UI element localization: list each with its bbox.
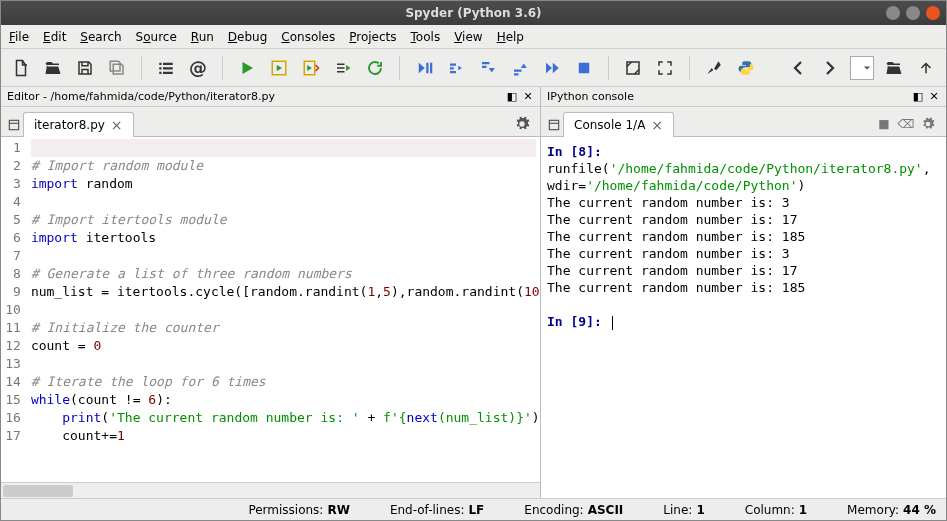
svg-rect-10 bbox=[450, 63, 456, 65]
status-column: Column:1 bbox=[745, 503, 807, 517]
console-pane: IPython console ◧ ✕ Console 1/A × ■ ⌫ In… bbox=[541, 87, 946, 498]
tab-list-icon[interactable] bbox=[5, 118, 23, 132]
step-into-icon[interactable] bbox=[476, 56, 500, 80]
console-options-icon[interactable] bbox=[920, 116, 936, 132]
menu-source[interactable]: Source bbox=[136, 30, 177, 44]
minimize-button[interactable] bbox=[886, 6, 900, 20]
console-undock-icon[interactable]: ◧ bbox=[912, 91, 924, 103]
console-tab-close-icon[interactable]: × bbox=[651, 117, 663, 133]
status-line: Line:1 bbox=[663, 503, 704, 517]
hscroll-thumb[interactable] bbox=[3, 485, 73, 497]
status-eol: End-of-lines:LF bbox=[390, 503, 484, 517]
back-icon[interactable] bbox=[786, 56, 810, 80]
menu-consoles[interactable]: Consoles bbox=[281, 30, 335, 44]
svg-rect-20 bbox=[549, 120, 558, 129]
menu-search[interactable]: Search bbox=[80, 30, 121, 44]
code-editor[interactable]: 1234567891011121314151617 # Import rando… bbox=[1, 137, 540, 482]
console-tabbar: Console 1/A × ■ ⌫ bbox=[541, 107, 946, 137]
statusbar: Permissions:RW End-of-lines:LF Encoding:… bbox=[1, 498, 946, 520]
close-button[interactable] bbox=[926, 6, 940, 20]
run-cell-advance-icon[interactable] bbox=[299, 56, 323, 80]
svg-rect-5 bbox=[163, 71, 173, 73]
svg-rect-12 bbox=[450, 71, 456, 73]
editor-tab[interactable]: iterator8.py × bbox=[23, 112, 134, 137]
python-path-icon[interactable] bbox=[734, 56, 758, 80]
console-tab-list-icon[interactable] bbox=[545, 118, 563, 132]
menu-view[interactable]: View bbox=[454, 30, 482, 44]
clear-console-icon[interactable]: ⌫ bbox=[898, 116, 914, 132]
svg-rect-1 bbox=[163, 62, 173, 64]
svg-rect-4 bbox=[159, 71, 161, 73]
svg-rect-8 bbox=[426, 62, 428, 73]
list-icon[interactable] bbox=[154, 56, 178, 80]
editor-options-icon[interactable] bbox=[514, 116, 530, 132]
run-selection-icon[interactable] bbox=[331, 56, 355, 80]
continue-icon[interactable] bbox=[540, 56, 564, 80]
console-tab-label: Console 1/A bbox=[574, 118, 645, 132]
fullscreen-icon[interactable] bbox=[653, 56, 677, 80]
forward-icon[interactable] bbox=[818, 56, 842, 80]
menu-projects[interactable]: Projects bbox=[349, 30, 396, 44]
status-permissions: Permissions:RW bbox=[248, 503, 350, 517]
toolbar: @ bbox=[1, 49, 946, 87]
run-cell-icon[interactable] bbox=[267, 56, 291, 80]
editor-hscrollbar[interactable] bbox=[1, 482, 540, 498]
window-title: Spyder (Python 3.6) bbox=[405, 6, 541, 20]
at-icon[interactable]: @ bbox=[186, 56, 210, 80]
browse-dir-icon[interactable] bbox=[882, 56, 906, 80]
parent-dir-icon[interactable] bbox=[914, 56, 938, 80]
code-content[interactable]: # Import random module import random # I… bbox=[27, 137, 540, 482]
debug-play-pause-icon[interactable] bbox=[412, 56, 436, 80]
status-encoding: Encoding:ASCII bbox=[524, 503, 623, 517]
console-output[interactable]: In [8]: runfile('/home/fahmida/code/Pyth… bbox=[541, 137, 946, 498]
preferences-icon[interactable] bbox=[702, 56, 726, 80]
editor-pane: Editor - /home/fahmida/code/Python/itera… bbox=[1, 87, 541, 498]
editor-pane-header: Editor - /home/fahmida/code/Python/itera… bbox=[1, 87, 540, 107]
menu-tools[interactable]: Tools bbox=[411, 30, 441, 44]
menu-run[interactable]: Run bbox=[191, 30, 214, 44]
pane-undock-icon[interactable]: ◧ bbox=[506, 91, 518, 103]
titlebar: Spyder (Python 3.6) bbox=[1, 1, 946, 25]
console-pane-title: IPython console bbox=[547, 90, 634, 103]
svg-rect-14 bbox=[482, 65, 487, 67]
svg-rect-13 bbox=[482, 62, 490, 64]
line-gutter: 1234567891011121314151617 bbox=[1, 137, 27, 482]
run-icon[interactable] bbox=[235, 56, 259, 80]
working-dir-dropdown[interactable] bbox=[850, 56, 874, 80]
svg-rect-0 bbox=[159, 62, 161, 64]
console-close-icon[interactable]: ✕ bbox=[928, 91, 940, 103]
console-tab[interactable]: Console 1/A × bbox=[563, 112, 674, 137]
status-memory: Memory:44 % bbox=[847, 503, 936, 517]
svg-rect-9 bbox=[430, 62, 432, 73]
menu-help[interactable]: Help bbox=[497, 30, 524, 44]
save-icon[interactable] bbox=[73, 56, 97, 80]
menubar: File Edit Search Source Run Debug Consol… bbox=[1, 25, 946, 49]
svg-rect-17 bbox=[579, 62, 590, 73]
svg-rect-11 bbox=[450, 67, 454, 69]
editor-pane-title: Editor - /home/fahmida/code/Python/itera… bbox=[7, 90, 275, 103]
step-out-icon[interactable] bbox=[508, 56, 532, 80]
editor-tabbar: iterator8.py × bbox=[1, 107, 540, 137]
svg-rect-3 bbox=[163, 67, 173, 69]
main-area: Editor - /home/fahmida/code/Python/itera… bbox=[1, 87, 946, 498]
svg-rect-15 bbox=[514, 69, 522, 71]
pane-close-icon[interactable]: ✕ bbox=[522, 91, 534, 103]
svg-rect-2 bbox=[159, 67, 161, 69]
stop-icon[interactable] bbox=[572, 56, 596, 80]
svg-rect-16 bbox=[514, 73, 519, 75]
editor-tab-label: iterator8.py bbox=[34, 118, 105, 132]
maximize-button[interactable] bbox=[906, 6, 920, 20]
interrupt-kernel-icon[interactable]: ■ bbox=[876, 116, 892, 132]
menu-edit[interactable]: Edit bbox=[43, 30, 66, 44]
menu-file[interactable]: File bbox=[9, 30, 29, 44]
step-over-icon[interactable] bbox=[444, 56, 468, 80]
svg-rect-19 bbox=[9, 120, 18, 129]
open-file-icon[interactable] bbox=[41, 56, 65, 80]
rerun-icon[interactable] bbox=[363, 56, 387, 80]
console-pane-header: IPython console ◧ ✕ bbox=[541, 87, 946, 107]
maximize-pane-icon[interactable] bbox=[621, 56, 645, 80]
tab-close-icon[interactable]: × bbox=[111, 117, 123, 133]
new-file-icon[interactable] bbox=[9, 56, 33, 80]
save-all-icon[interactable] bbox=[105, 56, 129, 80]
menu-debug[interactable]: Debug bbox=[228, 30, 267, 44]
